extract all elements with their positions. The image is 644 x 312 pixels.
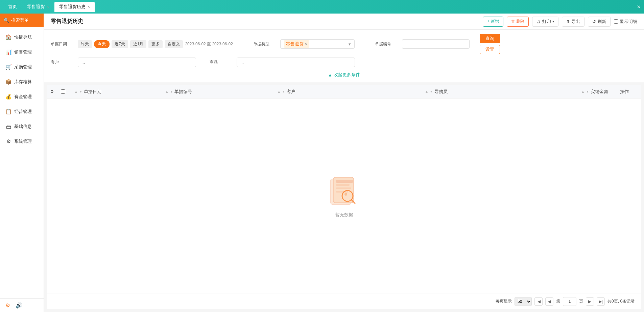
print-button[interactable]: 🖨 🖨 打印 打印 ▾: [532, 17, 558, 27]
purchase-mgmt-label: 采购管理: [14, 64, 32, 70]
date-lastmonth-btn[interactable]: 近1月: [130, 40, 147, 48]
bill-date-label: 单据日期: [51, 41, 71, 47]
per-page-select[interactable]: 10 20 50 100: [515, 297, 532, 306]
sidebar-item-system-mgmt[interactable]: ⚙ 系统管理: [0, 134, 44, 149]
th-check[interactable]: [61, 89, 72, 94]
collapse-button[interactable]: ▲ 收起更多条件: [328, 72, 360, 78]
page-unit: 页: [579, 298, 583, 304]
inventory-label: 库存核算: [14, 79, 32, 85]
per-page-label: 每页显示: [496, 298, 512, 304]
base-info-label: 基础信息: [14, 124, 32, 130]
bill-no-label: 单据编号: [375, 41, 395, 47]
sort-down-icon-4: ▼: [430, 90, 433, 93]
sidebar-nav: 🏠 快捷导航 📊 销售管理 🛒 采购管理 📦 库存核算 💰 资金管理 📋: [0, 27, 44, 298]
customer-label: 客户: [51, 60, 71, 65]
select-all-checkbox[interactable]: [61, 89, 65, 94]
settings-icon[interactable]: ⚙: [50, 89, 54, 94]
show-detail-checkbox-label[interactable]: 显示明细: [614, 19, 637, 25]
bill-type-tag-remove[interactable]: ×: [305, 42, 308, 47]
bill-type-tag-value: 零售退货: [286, 41, 304, 47]
page-header: 零售退货历史 + 新增 🗑 删除 🖨 🖨 打印 打印 ▾ ⬆ 导出 ↺ 刷新: [44, 14, 644, 30]
svg-point-8: [344, 193, 347, 196]
customer-input[interactable]: [78, 58, 196, 67]
tab-retail-return[interactable]: 零售退货 ×: [22, 2, 54, 12]
set-button[interactable]: 设置: [480, 45, 500, 54]
bill-type-select[interactable]: 零售退货 × ▾: [280, 39, 355, 49]
print-arrow-icon: ▾: [552, 20, 554, 23]
show-detail-label: 显示明细: [620, 19, 637, 25]
sidebar-item-base-info[interactable]: 🗃 基础信息: [0, 119, 44, 134]
filter-row-2: 客户 商品: [51, 58, 637, 67]
bill-no-input[interactable]: [402, 39, 470, 49]
sort-down-icon-2: ▼: [170, 90, 173, 93]
refresh-button[interactable]: ↺ 刷新: [588, 17, 611, 27]
delete-button[interactable]: 🗑 删除: [507, 17, 529, 27]
tab-retail-return-label: 零售退货: [27, 4, 45, 10]
goods-input[interactable]: [237, 58, 355, 67]
quick-nav-icon: 🏠: [5, 34, 11, 40]
system-mgmt-icon: ⚙: [5, 138, 11, 144]
date-filter: 昨天 今天 近7天 近1月 更多 自定义 2023-06-02 至 2023-0…: [78, 40, 233, 48]
date-today-btn[interactable]: 今天: [94, 40, 110, 48]
page-input[interactable]: [563, 297, 576, 306]
query-button[interactable]: 查询: [480, 34, 500, 43]
tab-retail-return-history-close[interactable]: ×: [88, 4, 90, 9]
sort-up-icon-5: ▲: [581, 90, 585, 93]
tab-retail-return-history[interactable]: 零售退货历史 ×: [54, 2, 95, 12]
date-more-btn[interactable]: 更多: [148, 40, 163, 48]
show-detail-checkbox[interactable]: [614, 19, 618, 24]
svg-rect-4: [336, 187, 351, 189]
empty-state: 暂无数据: [47, 98, 641, 293]
th-guide: ▲ ▼ 导购员: [422, 89, 534, 95]
sidebar-item-operations[interactable]: 📋 经营管理: [0, 104, 44, 119]
empty-text: 暂无数据: [335, 212, 353, 218]
th-bill-no: ▲ ▼ 单据编号: [163, 89, 275, 95]
page-prev-button[interactable]: ◀: [545, 297, 553, 306]
th-bill-date: ▲ ▼ 单据日期: [72, 89, 163, 95]
tab-home[interactable]: 首页: [3, 2, 22, 12]
refresh-icon: ↺: [592, 19, 596, 24]
header-actions: + 新增 🗑 删除 🖨 🖨 打印 打印 ▾ ⬆ 导出 ↺ 刷新: [483, 17, 637, 27]
sidebar-audio-icon[interactable]: 🔊: [16, 302, 22, 309]
operations-label: 经营管理: [14, 109, 32, 115]
sidebar-item-inventory[interactable]: 📦 库存核算: [0, 74, 44, 89]
purchase-mgmt-icon: 🛒: [5, 64, 11, 70]
svg-rect-3: [336, 184, 350, 186]
svg-rect-2: [336, 180, 353, 183]
main-layout: 🔍 搜索菜单 🏠 快捷导航 📊 销售管理 🛒 采购管理 📦 库存核算 💰: [0, 14, 644, 312]
tab-retail-return-close[interactable]: ×: [47, 4, 49, 9]
date-last7-btn[interactable]: 近7天: [112, 40, 128, 48]
window-close-button[interactable]: ×: [637, 3, 641, 10]
sidebar-settings-icon[interactable]: ⚙: [5, 302, 10, 309]
th-amount-label: 实销金额: [591, 89, 608, 95]
query-set-group: 查询 设置: [480, 34, 500, 54]
date-custom-btn[interactable]: 自定义: [165, 40, 183, 48]
tab-retail-return-history-label: 零售退货历史: [59, 4, 86, 10]
top-bar: 首页 零售退货 × 零售退货历史 × ×: [0, 0, 644, 14]
collapse-label: 收起更多条件: [334, 72, 360, 78]
bill-type-arrow-icon: ▾: [349, 42, 351, 47]
page-next-button[interactable]: ▶: [586, 297, 594, 306]
sidebar-item-purchase-mgmt[interactable]: 🛒 采购管理: [0, 60, 44, 74]
sales-mgmt-icon: 📊: [5, 49, 11, 55]
date-yesterday-btn[interactable]: 昨天: [78, 40, 92, 48]
page-first-button[interactable]: |◀: [534, 297, 543, 306]
page-last-button[interactable]: ▶|: [597, 297, 605, 306]
system-mgmt-label: 系统管理: [14, 138, 32, 144]
new-button[interactable]: + 新增: [483, 17, 503, 27]
th-amount: ▲ ▼ 实销金额: [534, 89, 611, 95]
export-button[interactable]: ⬆ 导出: [562, 17, 585, 27]
goods-label: 商品: [210, 60, 230, 65]
sidebar-item-sales-mgmt[interactable]: 📊 销售管理: [0, 45, 44, 60]
pagination: 每页显示 10 20 50 100 |◀ ◀ 第 页 ▶ ▶| 共0页, 0条记…: [47, 293, 641, 309]
sidebar-search-button[interactable]: 🔍 搜索菜单: [0, 14, 44, 27]
tab-list: 首页 零售退货 × 零售退货历史 ×: [3, 2, 637, 12]
content-area: 零售退货历史 + 新增 🗑 删除 🖨 🖨 打印 打印 ▾ ⬆ 导出 ↺ 刷新: [44, 14, 644, 312]
th-bill-date-label: 单据日期: [84, 89, 101, 95]
filter-row-1: 单据日期 昨天 今天 近7天 近1月 更多 自定义 2023-06-02 至 2…: [51, 34, 637, 54]
total-info: 共0页, 0条记录: [607, 298, 635, 304]
quick-nav-label: 快捷导航: [14, 34, 32, 40]
sidebar-item-quick-nav[interactable]: 🏠 快捷导航: [0, 30, 44, 45]
sidebar-item-finance[interactable]: 💰 资金管理: [0, 89, 44, 104]
th-settings[interactable]: ⚙: [50, 89, 61, 94]
